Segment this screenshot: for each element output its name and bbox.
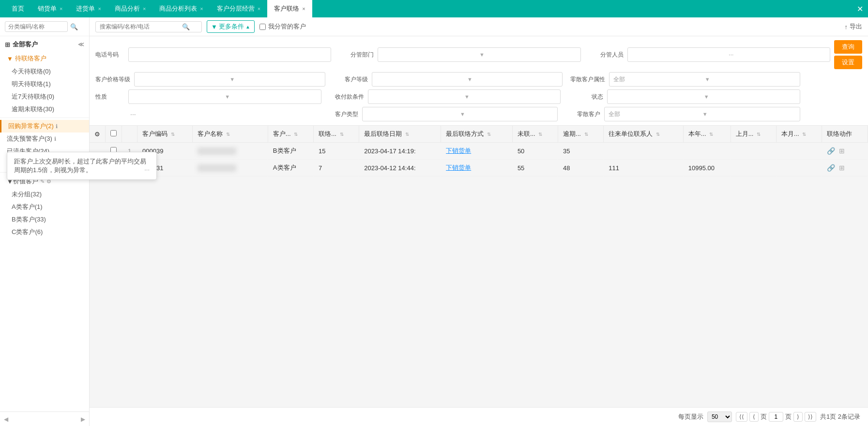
row2-name[interactable]: [192, 160, 268, 176]
row1-contact: 15: [314, 143, 359, 160]
nav-customer-tier-close[interactable]: ×: [258, 6, 260, 12]
sidebar-prev-arrow[interactable]: ◀: [4, 416, 8, 423]
sidebar-overdue-pending[interactable]: 逾期未联络(30): [0, 103, 89, 116]
retail-attr-chevron: ▼: [705, 76, 796, 82]
chevron-up-icon: ▲: [245, 24, 250, 29]
export-button[interactable]: ↑ 导出: [845, 22, 863, 31]
nav-product-analysis[interactable]: 商品分析 ×: [108, 0, 152, 17]
manager-dots-icon[interactable]: ···: [729, 51, 824, 58]
sidebar-collapse-btn[interactable]: ≪: [78, 41, 84, 48]
nav-product-list-close[interactable]: ×: [200, 6, 203, 12]
col-unit-contact[interactable]: 往来单位联系人 ⇅: [604, 126, 684, 143]
sidebar-search-input[interactable]: [5, 21, 68, 32]
settings-button[interactable]: 设置: [834, 56, 862, 69]
row4-dots[interactable]: ···: [130, 110, 136, 118]
customer-type-chevron: ▼: [460, 111, 553, 117]
prev-page-btn[interactable]: ⟨: [749, 412, 759, 422]
select-all-checkbox[interactable]: [110, 130, 117, 136]
sidebar-next-arrow[interactable]: ▶: [81, 416, 85, 423]
col-category[interactable]: 客户... ⇅: [268, 126, 313, 143]
nav-product-list[interactable]: 商品分析列表 ×: [152, 0, 210, 17]
pending-arrow-icon: ▼: [7, 55, 13, 62]
sidebar-7day-pending[interactable]: 近7天待联络(0): [0, 90, 89, 103]
nav-sales-close[interactable]: ×: [60, 6, 62, 12]
page-navigation: ⟨⟨ ⟨ 页 页 ⟩ ⟩⟩: [736, 412, 816, 422]
col-settings[interactable]: ⚙: [90, 126, 106, 143]
row2-last-month: [731, 160, 776, 176]
dept-dropdown[interactable]: ▼: [378, 47, 580, 62]
sidebar-class-c[interactable]: C类客户(6): [0, 226, 89, 238]
nav-purchase-close[interactable]: ×: [98, 6, 101, 12]
manager-input[interactable]: ···: [627, 47, 830, 62]
sidebar-lost-warning[interactable]: 流失预警客户(3) ℹ: [0, 132, 89, 145]
method-sort-icon: ⇅: [487, 132, 491, 137]
query-button[interactable]: 查询: [834, 40, 862, 54]
status-dropdown[interactable]: ▼: [607, 89, 800, 104]
col-overdue[interactable]: 逾期... ⇅: [558, 126, 604, 143]
filter-search-input[interactable]: [100, 23, 182, 30]
customer-type-dropdown[interactable]: ▼: [362, 107, 558, 121]
lost-warning-info-icon[interactable]: ℹ: [54, 136, 56, 142]
col-last-month[interactable]: 上月... ⇅: [731, 126, 776, 143]
nav-product-analysis-close[interactable]: ×: [143, 6, 146, 12]
row1-last-method[interactable]: 下销货单: [441, 143, 513, 160]
repurchase-info-icon[interactable]: ℹ: [56, 123, 58, 130]
col-this-month[interactable]: 本月... ⇅: [776, 126, 822, 143]
per-page-select[interactable]: 50 20 100 200: [707, 411, 732, 422]
col-name[interactable]: 客户名称 ⇅: [192, 126, 268, 143]
first-page-btn[interactable]: ⟨⟨: [736, 412, 747, 422]
row2-action-icons: 🔗 ⊞: [827, 164, 863, 172]
sidebar-class-a[interactable]: A类客户(1): [0, 201, 89, 213]
nav-customer-contact-close[interactable]: ×: [302, 6, 305, 12]
my-customers-checkbox[interactable]: [259, 24, 266, 30]
sidebar-search-icon[interactable]: 🔍: [70, 23, 78, 30]
tooltip-close-icon[interactable]: ···: [144, 166, 150, 173]
col-last-contact-date[interactable]: 最后联络日期 ⇅: [359, 126, 441, 143]
col-code[interactable]: 客户编码 ⇅: [137, 126, 193, 143]
nav-home[interactable]: 首页: [5, 0, 31, 17]
customer-level-dropdown[interactable]: ▼: [372, 72, 563, 87]
sidebar-tomorrow-pending[interactable]: 明天待联络(1): [0, 78, 89, 90]
row2-link-icon[interactable]: 🔗: [827, 164, 835, 172]
nav-customer-tier[interactable]: 客户分层经营 ×: [210, 0, 267, 17]
last-page-btn[interactable]: ⟩⟩: [805, 412, 816, 422]
col-checkbox[interactable]: [106, 126, 122, 143]
gender-label: 性质: [95, 93, 124, 101]
row2-overdue: 48: [558, 160, 604, 176]
row1-unit-contact: [604, 143, 684, 160]
phone-input-field[interactable]: [128, 47, 331, 62]
retail-attr-dropdown[interactable]: 全部 ▼: [609, 72, 800, 87]
row2-last-method[interactable]: 下销货单: [441, 160, 513, 176]
window-close-button[interactable]: ✕: [857, 4, 863, 14]
row1-action-icons: 🔗 ⊞: [827, 147, 863, 155]
col-uncontacted[interactable]: 未联... ⇅: [512, 126, 558, 143]
col-last-contact-method[interactable]: 最后联络方式 ⇅: [441, 126, 513, 143]
next-page-btn[interactable]: ⟩: [793, 412, 803, 422]
col-contact[interactable]: 联络... ⇅: [314, 126, 359, 143]
table-scroll-area[interactable]: ⚙ 客户编码 ⇅ 客户名称 ⇅: [90, 126, 868, 407]
row1-name[interactable]: [192, 143, 268, 160]
retail-customer-dropdown[interactable]: 全部 ▼: [604, 107, 800, 121]
row1-link-icon[interactable]: 🔗: [827, 147, 835, 155]
customer-type-label: 客户类型: [320, 110, 358, 118]
col-this-year[interactable]: 本年... ⇅: [683, 126, 731, 143]
pending-group-header[interactable]: ▼ 待联络客户: [0, 52, 89, 65]
page-number-input[interactable]: [769, 412, 783, 422]
gender-dropdown[interactable]: ▼: [128, 89, 321, 104]
filter-search-icon[interactable]: 🔍: [182, 23, 190, 30]
nav-purchase[interactable]: 进货单 ×: [69, 0, 107, 17]
sidebar-bottom-bar: ◀ ▶: [0, 411, 89, 426]
sidebar-class-b[interactable]: B类客户(33): [0, 213, 89, 226]
nav-sales[interactable]: 销货单 ×: [31, 0, 69, 17]
export-icon: ↑: [845, 23, 848, 30]
pending-group: ▼ 待联络客户 今天待联络(0) 明天待联络(1) 近7天待联络(0) 逾期未联…: [0, 52, 89, 116]
sidebar-today-pending[interactable]: 今天待联络(0): [0, 65, 89, 78]
sidebar-repurchase-abnormal[interactable]: 回购异常客户(2) ℹ: [0, 120, 89, 132]
sidebar-unclassified[interactable]: 未分组(32): [0, 188, 89, 201]
price-level-dropdown[interactable]: ▼: [134, 72, 325, 87]
payment-dropdown[interactable]: ▼: [368, 89, 561, 104]
more-conditions-btn[interactable]: ▼ 更多条件 ▲: [207, 20, 255, 33]
row1-grid-icon[interactable]: ⊞: [839, 147, 845, 155]
row2-grid-icon[interactable]: ⊞: [839, 164, 845, 172]
nav-customer-contact[interactable]: 客户联络 ×: [267, 0, 312, 17]
